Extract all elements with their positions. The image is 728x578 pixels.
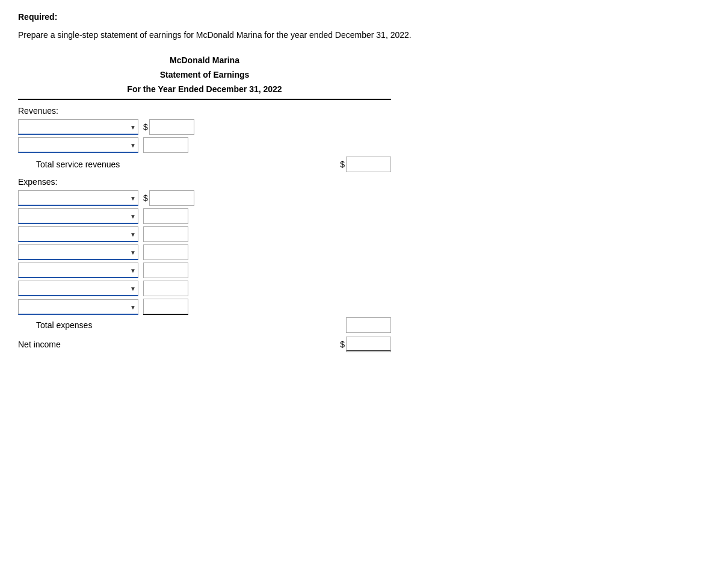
exp-amount-2 bbox=[143, 208, 188, 224]
statement-period-main: For the Year Ended December 31, 2022 bbox=[18, 82, 391, 97]
rev-amount-b bbox=[143, 137, 188, 153]
dollar-net-income: $ bbox=[340, 340, 345, 349]
exp-select-4[interactable] bbox=[18, 244, 138, 260]
rev-amount-a: $ bbox=[143, 119, 194, 135]
exp-row-1: $ bbox=[18, 190, 391, 206]
total-expenses-row: Total expenses bbox=[18, 317, 391, 333]
exp-row-5 bbox=[18, 263, 391, 278]
net-income-row: Net income $ bbox=[18, 337, 391, 352]
revenue-row-a: $ bbox=[18, 119, 391, 135]
exp-dd-wrap-2[interactable] bbox=[18, 208, 138, 224]
exp-amount-1: $ bbox=[143, 190, 194, 206]
exp-row-3 bbox=[18, 226, 391, 242]
total-service-rev-row: Total service revenues $ bbox=[18, 157, 391, 172]
exp-dd-wrap-1[interactable] bbox=[18, 190, 138, 206]
rev-input-a[interactable] bbox=[149, 119, 194, 135]
exp-select-2[interactable] bbox=[18, 208, 138, 224]
net-income-input[interactable] bbox=[346, 337, 391, 352]
exp-input-2[interactable] bbox=[143, 208, 188, 224]
exp-dd-wrap-7[interactable] bbox=[18, 299, 138, 315]
exp-amount-5 bbox=[143, 263, 188, 278]
exp-row-7 bbox=[18, 299, 391, 315]
total-service-rev-input[interactable] bbox=[346, 157, 391, 172]
main-statement: McDonald Marina Statement of Earnings Fo… bbox=[18, 54, 391, 352]
exp-input-1[interactable] bbox=[149, 190, 194, 206]
total-expenses-label: Total expenses bbox=[36, 320, 92, 330]
net-income-amount: $ bbox=[340, 337, 391, 352]
total-service-rev-amount: $ bbox=[340, 157, 391, 172]
rev-dd-wrap-a[interactable] bbox=[18, 119, 138, 135]
exp-select-3[interactable] bbox=[18, 226, 138, 242]
net-income-label: Net income bbox=[18, 340, 61, 349]
exp-input-5[interactable] bbox=[143, 263, 188, 278]
company-name-main: McDonald Marina bbox=[18, 54, 391, 68]
exp-row-6 bbox=[18, 281, 391, 296]
revenues-label-main: Revenues: bbox=[18, 106, 391, 116]
revenues-section-main: Revenues: $ bbox=[18, 106, 391, 172]
exp-select-5[interactable] bbox=[18, 263, 138, 278]
exp-input-6[interactable] bbox=[143, 281, 188, 296]
expenses-section-main: Expenses: $ bbox=[18, 177, 391, 352]
total-expenses-amount bbox=[346, 317, 391, 333]
statement-header-main: McDonald Marina Statement of Earnings Fo… bbox=[18, 54, 391, 100]
dollar-a: $ bbox=[143, 122, 148, 132]
exp-amount-4 bbox=[143, 244, 188, 260]
rev-dd-wrap-b[interactable] bbox=[18, 137, 138, 153]
exp-amount-6 bbox=[143, 281, 188, 296]
exp-select-1[interactable] bbox=[18, 190, 138, 206]
statement-title-main: Statement of Earnings bbox=[18, 68, 391, 82]
exp-input-3[interactable] bbox=[143, 226, 188, 242]
total-service-rev-label: Total service revenues bbox=[36, 160, 120, 169]
dollar-total-rev: $ bbox=[340, 160, 345, 169]
exp-dd-wrap-5[interactable] bbox=[18, 263, 138, 278]
exp-row-4 bbox=[18, 244, 391, 260]
rev-select-a[interactable] bbox=[18, 119, 138, 135]
exp-select-6[interactable] bbox=[18, 281, 138, 296]
exp-dd-wrap-3[interactable] bbox=[18, 226, 138, 242]
expenses-label-main: Expenses: bbox=[18, 177, 391, 187]
total-expenses-input[interactable] bbox=[346, 317, 391, 333]
exp-dd-wrap-6[interactable] bbox=[18, 281, 138, 296]
required-label: Required: bbox=[18, 12, 710, 22]
exp-row-2 bbox=[18, 208, 391, 224]
exp-amount-3 bbox=[143, 226, 188, 242]
exp-input-4[interactable] bbox=[143, 244, 188, 260]
dollar-exp-1: $ bbox=[143, 193, 148, 203]
exp-amount-7 bbox=[143, 299, 188, 315]
rev-input-b[interactable] bbox=[143, 137, 188, 153]
exp-input-7[interactable] bbox=[143, 299, 188, 314]
rev-select-b[interactable] bbox=[18, 137, 138, 153]
intro-text: Prepare a single-step statement of earni… bbox=[18, 29, 710, 42]
exp-select-7[interactable] bbox=[18, 299, 138, 315]
exp-dd-wrap-4[interactable] bbox=[18, 244, 138, 260]
revenue-row-b bbox=[18, 137, 391, 153]
